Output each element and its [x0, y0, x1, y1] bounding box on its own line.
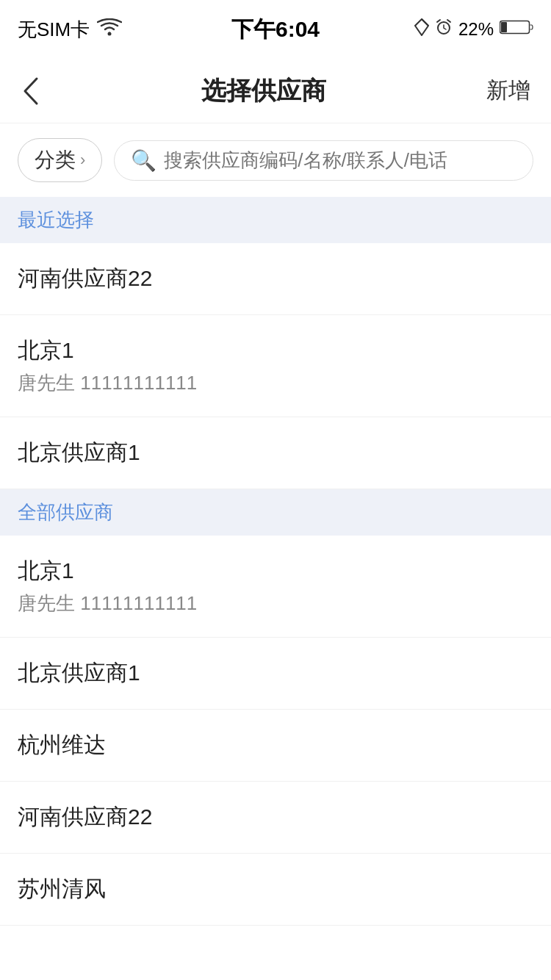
all-section-header: 全部供应商	[0, 489, 551, 536]
search-box[interactable]: 🔍	[114, 140, 533, 181]
item-sub: 唐先生 11111111111	[18, 591, 533, 616]
battery-icon	[500, 18, 533, 40]
battery-text: 22%	[458, 19, 494, 40]
status-bar: 无SIM卡 下午6:04 22%	[0, 0, 551, 59]
item-name: 河南供应商22	[18, 802, 533, 832]
status-right: 22%	[414, 18, 533, 40]
search-icon: 🔍	[131, 148, 156, 173]
recent-section-header: 最近选择	[0, 197, 551, 243]
item-name: 北京1	[18, 556, 533, 586]
svg-rect-3	[501, 22, 507, 32]
list-item[interactable]: 北京1唐先生 11111111111	[0, 315, 551, 417]
wifi-icon	[97, 18, 122, 41]
svg-point-0	[108, 32, 112, 35]
recent-items-list: 河南供应商22北京1唐先生 11111111111北京供应商1	[0, 243, 551, 489]
page-title: 选择供应商	[201, 74, 326, 108]
list-item[interactable]: 北京供应商1	[0, 417, 551, 489]
list-item[interactable]: 北京1唐先生 11111111111	[0, 536, 551, 638]
category-label: 分类	[35, 146, 76, 174]
category-button[interactable]: 分类 ›	[18, 138, 102, 182]
item-name: 苏州清风	[18, 874, 533, 904]
search-input[interactable]	[164, 149, 516, 172]
add-button[interactable]: 新增	[486, 76, 530, 106]
item-name: 北京供应商1	[18, 438, 533, 468]
all-items-list: 北京1唐先生 11111111111北京供应商1杭州维达河南供应商22苏州清风	[0, 536, 551, 926]
list-item[interactable]: 杭州维达	[0, 710, 551, 782]
list-item[interactable]: 苏州清风	[0, 854, 551, 926]
location-icon	[414, 18, 429, 40]
item-name: 北京1	[18, 336, 533, 366]
alarm-icon	[435, 18, 453, 40]
status-time: 下午6:04	[231, 15, 320, 45]
recent-section-label: 最近选择	[18, 209, 94, 231]
all-section-label: 全部供应商	[18, 501, 113, 523]
list-item[interactable]: 河南供应商22	[0, 243, 551, 315]
filter-row: 分类 › 🔍	[0, 123, 551, 197]
back-button[interactable]	[21, 74, 41, 108]
chevron-right-icon: ›	[80, 151, 85, 170]
item-sub: 唐先生 11111111111	[18, 370, 533, 396]
list-item[interactable]: 北京供应商1	[0, 638, 551, 710]
item-name: 北京供应商1	[18, 658, 533, 688]
item-name: 河南供应商22	[18, 264, 533, 294]
list-item[interactable]: 河南供应商22	[0, 782, 551, 854]
carrier-text: 无SIM卡	[18, 17, 90, 43]
item-name: 杭州维达	[18, 730, 533, 760]
status-left: 无SIM卡	[18, 17, 122, 43]
nav-bar: 选择供应商 新增	[0, 59, 551, 123]
